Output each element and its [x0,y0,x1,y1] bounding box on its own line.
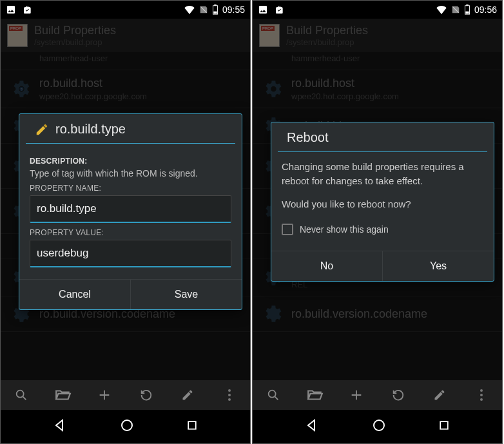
sim-icon [199,5,208,14]
wifi-icon [184,5,195,14]
pencil-icon [35,122,49,137]
battery-icon [212,5,218,15]
add-button[interactable] [92,388,117,402]
reboot-dialog: Reboot Changing some build properties re… [271,122,494,282]
open-button[interactable] [302,388,328,402]
recent-button[interactable] [438,419,451,434]
svg-point-11 [269,391,276,398]
save-button[interactable]: Save [130,280,242,309]
svg-rect-10 [465,12,469,14]
phone-left: 09:55 Build Properties /system/build.pro… [0,0,251,444]
overflow-button[interactable] [469,389,494,401]
edit-property-dialog: ro.build.type DESCRIPTION: Type of tag w… [19,113,242,310]
android-navbar [1,410,250,443]
prop-file-icon [7,24,28,47]
phone-right: 09:56 Build Properties /system/build.pro… [252,0,503,444]
home-button[interactable] [371,418,387,436]
dialog-message: Changing some build properties requires … [282,160,483,188]
android-navbar [253,410,502,443]
overflow-button[interactable] [217,389,242,401]
status-bar: 09:55 [1,1,250,19]
svg-rect-13 [440,421,448,429]
back-button[interactable] [52,418,68,436]
property-value-input[interactable] [30,240,231,267]
restore-button[interactable] [133,388,159,402]
battery-icon [464,5,470,15]
never-show-row[interactable]: Never show this again [282,220,483,239]
wifi-icon [436,5,447,14]
svg-text:?: ? [21,88,23,92]
list-item[interactable]: ro.build.version.codename [253,296,502,332]
store-icon [273,5,284,15]
image-icon [6,5,16,15]
edit-button[interactable] [175,389,200,401]
gear-icon [262,78,284,100]
never-show-label: Never show this again [300,224,389,235]
status-time: 09:55 [222,5,245,15]
dialog-title: ro.build.type [55,122,126,137]
never-show-checkbox[interactable] [282,224,293,235]
dialog-prompt: Would you like to reboot now? [282,197,483,211]
sim-icon [451,5,460,14]
home-button[interactable] [119,418,135,436]
cancel-button[interactable]: Cancel [19,280,130,309]
recent-button[interactable] [186,419,199,434]
bottom-toolbar [253,380,502,410]
restore-button[interactable] [385,388,411,402]
desc-label: DESCRIPTION: [30,157,231,166]
desc-text: Type of tag with which the ROM is signed… [30,168,231,179]
header-title: Build Properties [34,24,116,37]
search-button[interactable] [8,388,34,402]
app-header: Build Properties /system/build.prop [253,19,502,52]
svg-rect-7 [188,421,196,429]
back-button[interactable] [304,418,320,436]
svg-point-12 [374,420,384,430]
gear-icon: ? [10,78,32,100]
app-header: Build Properties /system/build.prop [1,19,250,52]
item-sub: wpee20.hot.corp.google.com [39,92,147,101]
svg-rect-9 [466,5,469,6]
add-button[interactable] [344,388,369,402]
store-icon [21,5,32,15]
header-title: Build Properties [286,24,368,37]
svg-rect-2 [213,12,217,14]
yes-button[interactable]: Yes [382,251,494,281]
list-item[interactable]: hammerhead-user [253,52,502,70]
prop-file-icon [259,24,280,47]
status-time: 09:56 [474,5,497,15]
no-button[interactable]: No [271,251,382,281]
svg-point-5 [17,391,24,398]
search-button[interactable] [260,388,286,402]
svg-rect-1 [214,5,217,6]
gear-icon [262,303,284,325]
status-bar: 09:56 [253,1,502,19]
header-path: /system/build.prop [34,37,116,47]
item-title: ro.build.host [39,77,147,90]
bottom-toolbar [1,380,250,410]
header-path: /system/build.prop [286,37,368,47]
image-icon [258,5,268,15]
list-item[interactable]: ro.build.hostwpee20.hot.corp.google.com [253,70,502,108]
edit-button[interactable] [427,389,452,401]
list-item[interactable]: hammerhead-user [1,52,250,70]
property-name-input[interactable] [30,195,231,223]
name-label: PROPERTY NAME: [30,184,231,193]
open-button[interactable] [50,388,76,402]
svg-point-6 [122,420,132,430]
dialog-title: Reboot [287,130,329,145]
list-item[interactable]: ? ro.build.host wpee20.hot.corp.google.c… [1,70,250,108]
value-label: PROPERTY VALUE: [30,228,231,237]
